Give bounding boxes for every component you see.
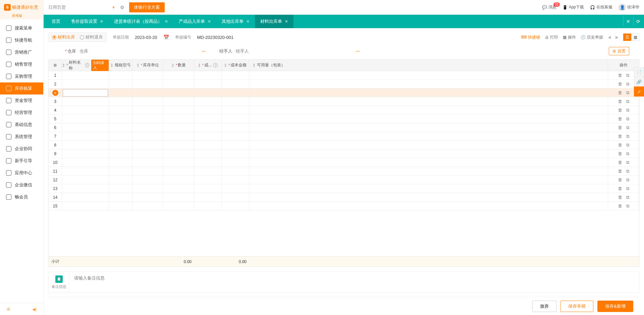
save-draft-button[interactable]: 保存草稿 [560, 301, 593, 312]
app-download-link[interactable]: 📱App下载 [562, 4, 584, 10]
tab-2[interactable]: 进货单统计表（按商品）✕ [109, 15, 173, 28]
col-model[interactable]: ▲▼规格型号 [109, 60, 132, 71]
tab-refresh[interactable]: ⟳ [633, 17, 643, 26]
copy-icon[interactable]: ⧉ [626, 108, 629, 113]
tab-close-all[interactable]: ✕ [623, 17, 633, 26]
sidebar-item-14[interactable]: 畅会员 [0, 191, 43, 203]
table-row[interactable]: 1🗑⧉ [49, 71, 639, 80]
sidebar-item-7[interactable]: 经营管理 [0, 107, 43, 119]
table-row[interactable]: 6🗑⧉ [49, 123, 639, 132]
close-icon[interactable]: ✕ [165, 19, 168, 24]
delete-icon[interactable]: 🗑 [618, 125, 622, 130]
table-row[interactable]: 9🗑⧉ [49, 149, 639, 158]
table-row[interactable]: 8🗑⧉ [49, 141, 639, 149]
sidebar-item-1[interactable]: 快捷导航 [0, 34, 43, 46]
tab-5[interactable]: 材料出库单✕ [255, 15, 293, 28]
copy-icon[interactable]: ⧉ [626, 186, 629, 191]
table-row[interactable]: 11🗑⧉ [49, 167, 639, 176]
table-row[interactable]: +🗑⧉ [49, 88, 639, 97]
table-row[interactable]: 10🗑⧉ [49, 158, 639, 167]
copy-icon[interactable]: ⧉ [626, 73, 629, 78]
delete-icon[interactable]: 🗑 [618, 73, 622, 78]
print-link[interactable]: 🖨打印 [545, 35, 558, 40]
table-row[interactable]: 13🗑⧉ [49, 184, 639, 193]
operate-link[interactable]: ▦操作 [563, 35, 576, 40]
sidebar-item-10[interactable]: 企业协同 [0, 143, 43, 155]
warehouse-input[interactable] [79, 49, 198, 54]
col-unit[interactable]: ▲▼*库存单位 [132, 60, 163, 71]
tab-4[interactable]: 其他出库单✕ [216, 15, 255, 28]
history-link[interactable]: 🕘历史单据 [581, 35, 603, 40]
scan-button[interactable]: 扫码录入 [91, 60, 109, 71]
delete-icon[interactable]: 🗑 [618, 142, 622, 148]
next-icon[interactable]: ▶ [615, 35, 619, 40]
sidebar-item-9[interactable]: 系统管理 [0, 131, 43, 143]
delete-icon[interactable]: 🗑 [618, 169, 622, 174]
sidebar-item-11[interactable]: 新手引导 [0, 155, 43, 167]
sidebar-item-0[interactable]: 搜索菜单 [0, 22, 43, 34]
delete-icon[interactable]: 🗑 [618, 186, 622, 191]
table-row[interactable]: 2🗑⧉ [49, 80, 639, 88]
gear-icon[interactable]: ⚙ [120, 5, 124, 10]
settings-button[interactable]: ⚙设置 [609, 47, 629, 55]
shortcut-link[interactable]: ⌨快捷键 [521, 35, 540, 40]
delete-icon[interactable]: 🗑 [618, 90, 622, 96]
cta-button[interactable]: 体验行业方案 [129, 2, 165, 12]
delete-icon[interactable]: 🗑 [618, 195, 622, 200]
name-input[interactable] [63, 89, 108, 97]
copy-icon[interactable]: ⧉ [626, 203, 629, 209]
support-link[interactable]: 🎧在线客服 [590, 4, 612, 10]
sidebar-item-6[interactable]: 资金管理 [0, 94, 43, 107]
help-icon[interactable]: ? [213, 63, 218, 67]
table-row[interactable]: 3🗑⧉ [49, 97, 639, 106]
handler-input[interactable] [236, 49, 353, 54]
handler-more-icon[interactable]: ⋯ [356, 49, 360, 54]
date-value[interactable]: 2023-03-20 [135, 35, 157, 40]
tab-0[interactable]: 首页 [46, 15, 66, 28]
view-card[interactable]: ▦ [631, 34, 639, 41]
col-gear[interactable]: ⚙ [49, 60, 62, 71]
radio-return[interactable]: 材料退库 [80, 34, 103, 40]
add-row-icon[interactable]: + [52, 90, 58, 96]
save-new-button[interactable]: 保存&新增 [597, 301, 633, 312]
close-icon[interactable]: ✕ [246, 19, 250, 24]
settings-icon[interactable]: ⚙ [7, 307, 10, 312]
table-row[interactable]: 15🗑⧉ [49, 202, 639, 210]
prev-icon[interactable]: ◀ [608, 35, 611, 40]
tab-3[interactable]: 产成品入库单✕ [173, 15, 216, 28]
help-icon[interactable]: ? [85, 63, 89, 67]
sidebar-item-13[interactable]: 企业微信 [0, 179, 43, 191]
sidebar-item-4[interactable]: 采购管理 [0, 70, 43, 82]
delete-icon[interactable]: 🗑 [618, 151, 622, 156]
sidebar-item-12[interactable]: 应用中心 [0, 167, 43, 179]
table-row[interactable]: 14🗑⧉ [49, 193, 639, 202]
delete-icon[interactable]: 🗑 [618, 134, 622, 139]
close-icon[interactable]: ✕ [208, 19, 211, 24]
user-menu[interactable]: 👤 徐泽华 [619, 4, 639, 11]
copy-icon[interactable]: ⧉ [626, 195, 629, 200]
copy-icon[interactable]: ⧉ [626, 151, 629, 156]
col-cost[interactable]: ▲▼*成...? [194, 60, 222, 71]
copy-icon[interactable]: ⧉ [626, 81, 629, 87]
discard-button[interactable]: 放弃 [532, 301, 556, 312]
copy-icon[interactable]: ⧉ [626, 177, 629, 183]
copy-icon[interactable]: ⧉ [626, 90, 629, 96]
delete-icon[interactable]: 🗑 [618, 203, 622, 209]
tab-1[interactable]: 售价提取设置✕ [66, 15, 109, 28]
table-row[interactable]: 12🗑⧉ [49, 176, 639, 184]
col-qty[interactable]: ▲▼*数量 [163, 60, 194, 71]
dock-btn-1[interactable]: 📄 [634, 67, 644, 77]
dock-btn-3[interactable]: ⤢ [634, 86, 644, 97]
delete-icon[interactable]: 🗑 [618, 81, 622, 87]
sidebar-item-3[interactable]: 销售管理 [0, 58, 43, 70]
close-icon[interactable]: ✕ [100, 19, 103, 24]
col-name[interactable]: ▲▼*材料名称?扫码录入 [62, 60, 109, 71]
col-amount[interactable]: ▲▼*成本金额 [222, 60, 249, 71]
view-list[interactable]: ☰ [623, 34, 631, 41]
category-select[interactable]: 日用百货 ▼ [48, 4, 115, 10]
messages-link[interactable]: 💬 消息 70 [542, 4, 556, 10]
close-icon[interactable]: ✕ [285, 19, 288, 24]
col-avail[interactable]: ▲▼可用量（包装） [249, 60, 608, 71]
collapse-icon[interactable]: ◀) [32, 307, 37, 312]
delete-icon[interactable]: 🗑 [618, 160, 622, 165]
